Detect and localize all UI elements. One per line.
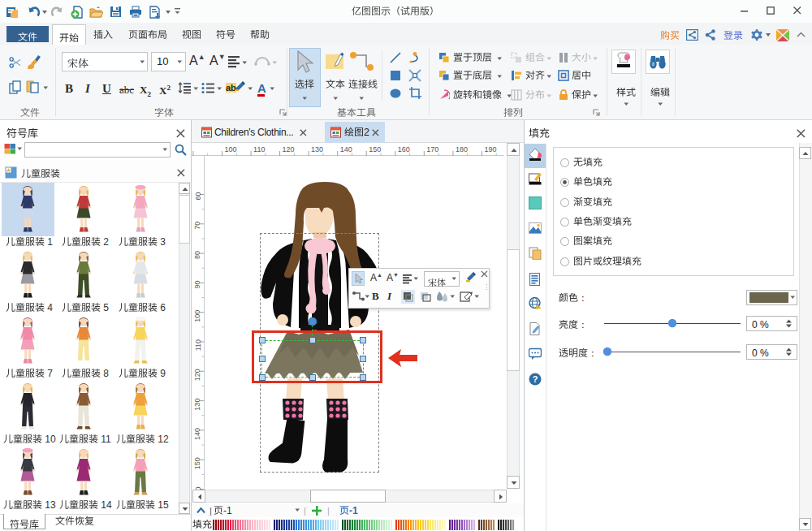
svg-text:180: 180 — [456, 145, 468, 153]
svg-text:70: 70 — [194, 222, 202, 230]
svg-text:100: 100 — [225, 145, 237, 153]
svg-text:?: ? — [533, 374, 538, 384]
svg-text:190: 190 — [485, 145, 497, 153]
svg-text:80: 80 — [194, 251, 202, 259]
svg-text:120: 120 — [283, 145, 295, 153]
svg-text:60: 60 — [194, 192, 202, 201]
svg-text:110: 110 — [194, 339, 202, 351]
svg-text:100: 100 — [194, 310, 202, 322]
svg-text:140: 140 — [340, 145, 352, 153]
svg-text:130: 130 — [311, 145, 323, 153]
svg-text:120: 120 — [194, 369, 202, 381]
svg-text:150: 150 — [194, 457, 202, 469]
svg-text:110: 110 — [253, 145, 265, 153]
svg-text:150: 150 — [369, 145, 381, 153]
svg-text:90: 90 — [194, 280, 202, 288]
svg-text:160: 160 — [398, 145, 410, 153]
svg-text:140: 140 — [194, 428, 202, 440]
svg-text:170: 170 — [426, 145, 438, 153]
svg-text:130: 130 — [194, 399, 202, 411]
